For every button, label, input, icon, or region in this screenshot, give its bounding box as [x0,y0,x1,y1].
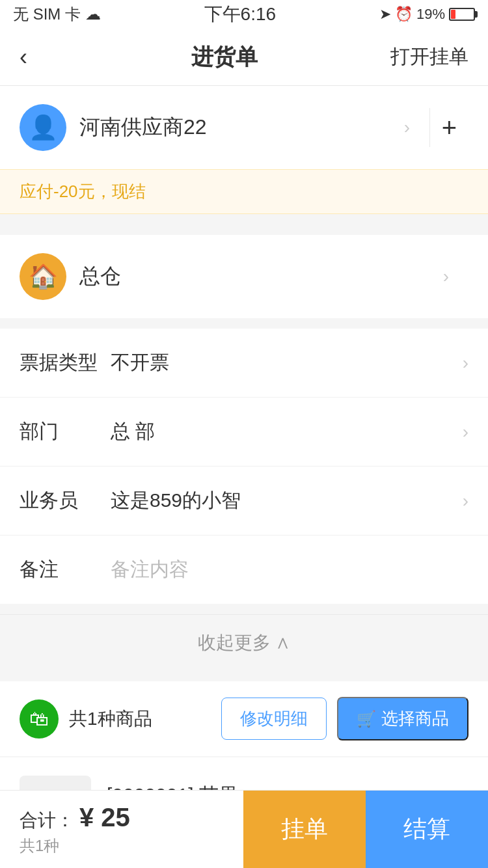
form-section: 票据类型 不开票 › 部门 总 部 › 业务员 这是859的小智 › 备注 备注… [0,329,488,604]
user-icon: 👤 [29,114,58,141]
staff-value: 这是859的小智 [111,487,463,514]
add-supplier-button[interactable]: + [429,108,468,147]
pending-button[interactable]: 挂单 [243,791,366,869]
edit-detail-button[interactable]: 修改明细 [221,698,327,740]
select-product-button[interactable]: 🛒 选择商品 [337,697,468,740]
supplier-warning: 应付-20元，现结 [0,169,488,214]
invoice-value: 不开票 [111,349,463,376]
total-section: 合计： ¥ 25 共1种 [0,803,243,856]
status-time: 下午6:16 [204,2,277,27]
product-toolbar: 🛍 共1种商品 修改明细 🛒 选择商品 [0,681,488,756]
open-pending-button[interactable]: 打开挂单 [390,44,468,70]
collapse-toggle[interactable]: 收起更多 ∧ [0,614,488,671]
supplier-section: 👤 河南供应商22 › + 应付-20元，现结 [0,86,488,214]
location-icon: ➤ [379,6,391,23]
supplier-row[interactable]: 👤 河南供应商22 › + [0,86,488,169]
supplier-name: 河南供应商22 [79,113,404,142]
dept-label: 部门 [20,418,98,445]
battery-label: 19% [416,6,445,23]
remark-placeholder: 备注内容 [111,556,468,583]
total-label: 合计： ¥ 25 [20,803,224,833]
warehouse-icon-wrap: 🏠 [20,253,66,300]
warehouse-section[interactable]: 🏠 总仓 › [0,224,488,318]
product-count-icon: 🛍 [20,699,59,739]
chevron-right-icon: › [443,266,449,287]
staff-row[interactable]: 业务员 这是859的小智 › [0,467,488,536]
warehouse-icon: 🏠 [29,263,58,290]
invoice-row[interactable]: 票据类型 不开票 › [0,329,488,398]
status-left: 无 SIM 卡 ☁ [13,4,101,25]
invoice-label: 票据类型 [20,349,98,376]
cart-bag-icon: 🛍 [29,708,49,730]
bottom-bar: 合计： ¥ 25 共1种 挂单 结算 [0,790,488,868]
remark-label: 备注 [20,556,98,583]
total-amount: ¥ 25 [79,803,130,832]
checkout-button[interactable]: 结算 [366,791,488,869]
warehouse-name: 总仓 [79,262,443,291]
select-product-label: 选择商品 [381,707,449,730]
alarm-icon: ⏰ [395,6,413,23]
battery-icon [449,8,475,21]
sim-label: 无 SIM 卡 ☁ [13,4,101,25]
status-right: ➤ ⏰ 19% [379,6,475,23]
back-button[interactable]: ‹ [20,44,59,71]
page-title: 进货单 [191,42,258,72]
cart-icon: 🛒 [357,710,376,728]
status-bar: 无 SIM 卡 ☁ 下午6:16 ➤ ⏰ 19% [0,0,488,29]
chevron-right-icon: › [404,117,410,138]
remark-row[interactable]: 备注 备注内容 [0,536,488,604]
product-count-label: 共1种商品 [69,707,221,731]
staff-label: 业务员 [20,487,98,514]
total-count: 共1种 [20,835,224,856]
chevron-right-icon: › [463,491,468,511]
dept-row[interactable]: 部门 总 部 › [0,398,488,467]
supplier-avatar: 👤 [20,104,66,151]
plus-icon: + [442,113,457,142]
nav-bar: ‹ 进货单 打开挂单 [0,29,488,86]
chevron-right-icon: › [463,422,468,442]
chevron-right-icon: › [463,353,468,373]
total-text: 合计： [20,808,74,833]
dept-value: 总 部 [111,418,463,445]
